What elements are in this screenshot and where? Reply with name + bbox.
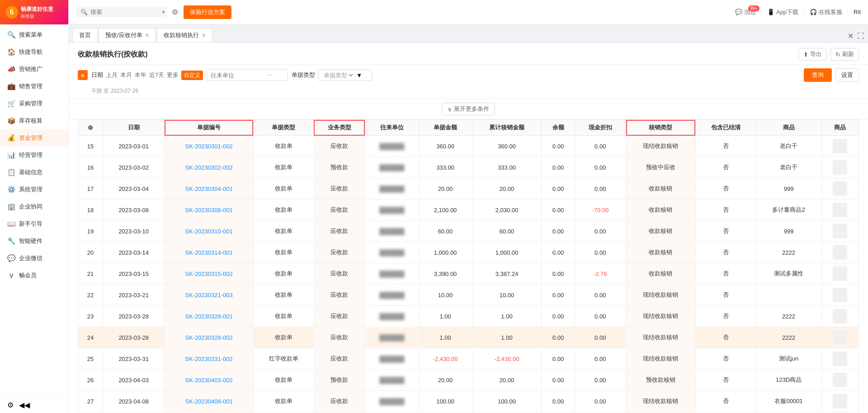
- date-more[interactable]: 更多: [167, 71, 179, 79]
- tab-collection[interactable]: 收款核销执行 ✕: [157, 28, 212, 42]
- doc-no-link[interactable]: SK-20230302-002: [185, 164, 233, 171]
- expand-more-row: ∨ 展开更多条件: [69, 99, 868, 119]
- row-cashdiscount: 0.00: [575, 370, 626, 391]
- sidebar-item-hardware[interactable]: 🔧 智能硬件: [0, 233, 68, 250]
- row-product2: [821, 348, 859, 370]
- sidebar-bottom: ⚙ ◀◀: [0, 397, 68, 413]
- row-cashdiscount: 0.00: [575, 391, 626, 412]
- sidebar-item-basic[interactable]: 📋 基础信息: [0, 164, 68, 181]
- topbar-gear-icon[interactable]: ⚙: [172, 8, 178, 16]
- row-docno[interactable]: SK-20230308-001: [165, 199, 254, 221]
- sidebar-item-management[interactable]: 📊 经营管理: [0, 147, 68, 164]
- doc-no-link[interactable]: SK-20230310-001: [185, 228, 233, 235]
- sidebar-item-finance[interactable]: 💰 资金管理: [0, 129, 68, 147]
- col-header-gear[interactable]: ⚙: [78, 120, 103, 136]
- sidebar-item-guide[interactable]: 📖 新手引导: [0, 215, 68, 233]
- book-icon: 📖: [7, 220, 15, 228]
- filter-doctype-group: 单据类型 单据类型 ▼: [292, 70, 372, 81]
- row-cashdiscount: 0.00: [575, 136, 626, 157]
- solution-button[interactable]: 体验行业方案: [184, 5, 231, 19]
- date-last-month[interactable]: 上月: [106, 71, 118, 79]
- close-tab-button[interactable]: ✕: [848, 32, 854, 40]
- expand-more-button[interactable]: ∨ 展开更多条件: [442, 103, 495, 115]
- doc-no-link[interactable]: SK-20230328-001: [185, 313, 233, 320]
- sidebar-item-search[interactable]: 🔍 搜索菜单: [0, 26, 68, 43]
- row-docno[interactable]: SK-20230304-001: [165, 178, 254, 199]
- row-docno[interactable]: SK-20230328-001: [165, 306, 254, 327]
- filter-partner-group: ···: [207, 69, 288, 81]
- sidebar-item-member[interactable]: V 畅会员: [0, 267, 68, 284]
- maximize-button[interactable]: ⛶: [857, 32, 864, 40]
- row-docno[interactable]: SK-20230321-003: [165, 285, 254, 306]
- row-offsettype: 现结收款核销: [626, 285, 696, 306]
- doctype-select[interactable]: 单据类型: [322, 71, 354, 79]
- filter-expand-button[interactable]: »: [78, 70, 88, 80]
- row-no: 25: [78, 348, 103, 370]
- tab-prepay[interactable]: 预收/应收付单 ✕: [99, 28, 156, 42]
- row-docno[interactable]: SK-20230331-002: [165, 348, 254, 370]
- date-this-month[interactable]: 本月: [120, 71, 132, 79]
- tab-close-icon[interactable]: ✕: [145, 33, 149, 38]
- row-docno[interactable]: SK-20230315-002: [165, 263, 254, 285]
- doc-no-link[interactable]: SK-20230403-002: [185, 377, 233, 384]
- row-docno[interactable]: SK-20230403-002: [165, 370, 254, 391]
- sidebar-item-quicknav[interactable]: 🏠 快捷导航: [0, 43, 68, 61]
- row-docno[interactable]: SK-20230310-001: [165, 221, 254, 242]
- sidebar-item-sales[interactable]: 💼 销售管理: [0, 78, 68, 95]
- doc-no-link[interactable]: SK-20230328-002: [185, 334, 233, 341]
- sidebar-item-marketing[interactable]: 📣 营销推广: [0, 61, 68, 78]
- partner-input[interactable]: [211, 72, 265, 79]
- service-button[interactable]: 🎧 在线客服: [810, 8, 842, 16]
- export-button[interactable]: ⬆ 导出: [798, 48, 827, 61]
- doc-no-link[interactable]: SK-20230321-003: [185, 292, 233, 299]
- doc-no-link[interactable]: SK-20230304-001: [185, 185, 233, 192]
- message-button[interactable]: 💬 消息 99+: [735, 8, 756, 16]
- doc-no-link[interactable]: SK-20230315-002: [185, 271, 233, 277]
- row-date: 2023-04-08: [103, 391, 165, 412]
- row-date: 2023-03-14: [103, 242, 165, 263]
- date-custom-button[interactable]: 自定义: [181, 71, 203, 80]
- row-doctype: 收款单: [253, 370, 314, 391]
- date-this-year[interactable]: 本年: [135, 71, 146, 79]
- sidebar-item-label: 系统管理: [19, 185, 42, 194]
- search-input[interactable]: [90, 9, 158, 15]
- col-header-doctype: 单据类型: [253, 120, 314, 136]
- divider: [848, 9, 848, 16]
- doc-no-link[interactable]: SK-20230308-001: [185, 207, 233, 214]
- row-no: 19: [78, 221, 103, 242]
- user-info[interactable]: Rit: [854, 9, 861, 15]
- tab-close-icon[interactable]: ✕: [202, 33, 206, 38]
- row-docno[interactable]: SK-20230302-002: [165, 157, 254, 178]
- sidebar-item-purchase[interactable]: 🛒 采购管理: [0, 95, 68, 112]
- sidebar-item-system[interactable]: ⚙️ 系统管理: [0, 181, 68, 198]
- doc-no-link[interactable]: SK-20230331-002: [185, 356, 233, 362]
- row-docamount: 3,390.00: [419, 263, 472, 285]
- doc-no-link[interactable]: SK-20230301-002: [185, 143, 233, 150]
- collapse-icon[interactable]: ◀◀: [19, 401, 30, 409]
- refresh-button[interactable]: ↻ 刷新: [830, 48, 859, 61]
- col-header-includesettled: 包含已结清: [695, 120, 756, 136]
- row-doctype: 收款单: [253, 306, 314, 327]
- sidebar-item-inventory[interactable]: 📦 库存核算: [0, 112, 68, 129]
- sidebar-item-wechat[interactable]: 💬 企业微信: [0, 250, 68, 267]
- row-docno[interactable]: SK-20230301-002: [165, 136, 254, 157]
- settings-icon[interactable]: ⚙: [7, 401, 14, 409]
- row-docno[interactable]: SK-20230314-001: [165, 242, 254, 263]
- settings-button[interactable]: 设置: [835, 68, 859, 82]
- row-biztype: 应收款: [314, 348, 365, 370]
- row-date: 2023-03-10: [103, 221, 165, 242]
- partner-dots-icon[interactable]: ···: [267, 71, 273, 79]
- row-docno[interactable]: SK-20230408-001: [165, 391, 254, 412]
- app-download-button[interactable]: 📱 App下载: [767, 8, 798, 16]
- row-partner: ██████: [365, 178, 419, 199]
- doc-no-link[interactable]: SK-20230314-001: [185, 249, 233, 256]
- date-last-7days[interactable]: 近7天: [149, 71, 164, 79]
- query-button[interactable]: 查询: [804, 68, 832, 82]
- list-icon: 📋: [7, 168, 15, 176]
- row-docamount: 100.00: [419, 391, 472, 412]
- row-docno[interactable]: SK-20230328-002: [165, 327, 254, 348]
- doc-no-link[interactable]: SK-20230408-001: [185, 398, 233, 405]
- sidebar-item-corp[interactable]: 🏢 企业协同: [0, 198, 68, 215]
- box-icon: 📦: [7, 117, 15, 125]
- tab-home[interactable]: 首页: [72, 28, 98, 42]
